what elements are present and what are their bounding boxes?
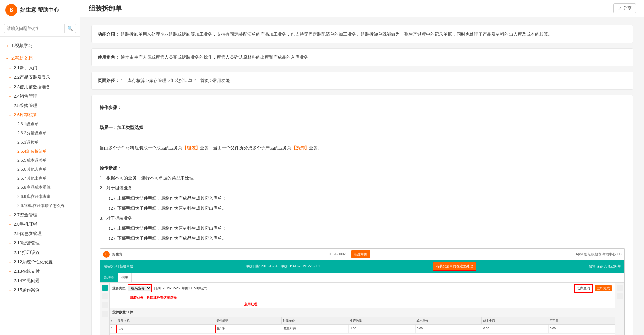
- mock-row-qty1: 数量+1件: [282, 325, 349, 333]
- mock-type-label: 业务类型: [112, 285, 126, 292]
- sidebar-item-268[interactable]: 2.6.8商品成本重算: [5, 183, 80, 192]
- mock-tab-new[interactable]: 新增单: [100, 273, 118, 282]
- sidebar-item-sales[interactable]: ＋ 2.4销售管理: [0, 92, 80, 101]
- sidebar-item-coupon[interactable]: ＋ 2.9优惠券管理: [0, 229, 80, 238]
- sidebar: 6 好生意 帮助中心 🔍 ＋ 1.视频学习 － 2.帮助文档 ＋ 2.1新手入门: [0, 0, 80, 335]
- feature-intro-label: 功能介绍：: [98, 32, 119, 37]
- sidebar-item-mgmt[interactable]: ＋ 2.10经营管理: [0, 238, 80, 248]
- mock-header-bar: 组装拆卸 | 新建单据 单据日期: 2019-12-26 单据ID: AD-20…: [100, 260, 624, 273]
- step3-2: （2）下部明细为子件明细，最终作为产成品生成其它入库单。: [100, 234, 625, 243]
- path-block: 页面路径： 1、库存核算->库存管理->组装拆卸单 2、首页->常用功能: [91, 72, 633, 90]
- sidebar-item-payment[interactable]: ＋ 2.13在线支付: [0, 267, 80, 276]
- mock-col-qty: 生产数量: [348, 317, 415, 324]
- steps-sub-title: 操作步骤：: [100, 165, 121, 170]
- mock-icon-1: [102, 285, 108, 291]
- mock-icon-4: [102, 311, 108, 317]
- mock-warehouse-select-box: 仓库查询: [574, 284, 593, 293]
- scene1-title: 场景一：加工类型选择: [100, 125, 143, 130]
- steps-content: 操作步骤： 场景一：加工类型选择 当由多个子件材料组装成一个成品的业务为【组装】…: [91, 95, 633, 335]
- share-icon: ↗: [618, 6, 622, 11]
- mock-dates: 单据日期: 2019-12-26 单据ID: AD-20191226-001: [246, 263, 320, 270]
- mock-date-label: 日期: [154, 285, 161, 292]
- sidebar-item-faq[interactable]: ＋ 2.14常见问题: [0, 276, 80, 285]
- mock-app-name: 好生意: [112, 251, 122, 258]
- mock-upper-table-header: 父件数量: 1件: [110, 308, 615, 317]
- sidebar-item-help-docs[interactable]: － 2.帮助文档: [0, 53, 80, 63]
- mock-select-bom-btn[interactable]: 有装配清单的在这里处理: [433, 262, 476, 271]
- role-text: 通常由生产人员或库管人员完成拆装业务的操作，库管人员确认原材料的出库和产成品的入…: [121, 55, 308, 60]
- mock-menu-items: AppT版 初级报表 帮助中心 CC: [576, 251, 622, 258]
- search-button[interactable]: 🔍: [65, 24, 76, 33]
- content-area: 功能介绍： 组装拆卸单用来处理企业组装或拆卸等加工业务，支持有固定装配清单的产品…: [80, 17, 644, 335]
- sidebar-item-purchase[interactable]: ＋ 2.5采购管理: [0, 101, 80, 110]
- nav-tree: ＋ 1.视频学习 － 2.帮助文档 ＋ 2.1新手入门 ＋ 2.2产品安装及登录: [0, 37, 80, 335]
- role-label: 使用角色：: [98, 55, 119, 60]
- nav-section-video: ＋ 1.视频学习: [0, 39, 80, 52]
- sidebar-item-finance[interactable]: ＋ 2.7资金管理: [0, 210, 80, 220]
- sidebar-item-264[interactable]: 2.6.4组装拆卸单: [5, 147, 80, 156]
- mock-confirm-btn[interactable]: 立即完成: [595, 285, 612, 291]
- mock-annotation-row2: 启用处理: [110, 301, 615, 308]
- sidebar-item-video-learning[interactable]: ＋ 1.视频学习: [0, 41, 80, 51]
- mock-form-label: 组装拆卸 | 新建单据: [104, 263, 133, 270]
- mock-form-row1: 业务类型 组装业务 拆卸业务 日期 2019-12-26 单据ID: [110, 283, 615, 294]
- plus-icon: ＋: [5, 43, 9, 49]
- mock-row-item-name: 未知: [116, 325, 216, 333]
- step2: 2、对于组装业务: [100, 184, 625, 192]
- role-block: 使用角色： 通常由生产人员或库管人员完成拆装业务的操作，库管人员确认原材料的出库…: [91, 48, 633, 66]
- step3-1: （1）上部明细为父件明细，最终作为原材料生成其它出库单；: [100, 224, 625, 233]
- sidebar-item-install[interactable]: ＋ 2.2产品安装及登录: [0, 73, 80, 82]
- mock-type-selector-box: 组装业务 拆卸业务: [128, 284, 152, 292]
- mock-sub-tabs: 新增单 列表: [100, 273, 624, 283]
- sidebar-item-266[interactable]: 2.6.6其他入库单: [5, 165, 80, 174]
- nav-sub-docs: ＋ 2.1新手入门 ＋ 2.2产品安装及登录 ＋ 2.3使用前数据准备 ＋ 2.…: [0, 63, 80, 295]
- sidebar-item-customize[interactable]: ＋ 2.12系统个性化设置: [0, 257, 80, 267]
- nav-sub-inventory: 2.6.1盘点单 2.6.2分量盘点单 2.6.3调拨单 2.6.4组装拆卸单 …: [0, 120, 80, 210]
- ann4-text: 启用处理: [244, 302, 257, 306]
- main-area: 组装拆卸单 ↗ 分享 功能介绍： 组装拆卸单用来处理企业组装或拆卸等加工业务，支…: [80, 0, 644, 335]
- plus-icon-mgmt: ＋: [8, 241, 12, 246]
- mock-ui: 6 好生意 TEST-H002 新建单据 AppT版 初级报表 帮助中心 CC …: [100, 248, 625, 335]
- step2-2: （2）下部明细为子件明细，最终作为原材料生成其它出库单。: [100, 204, 625, 213]
- mock-icon-3: [102, 302, 108, 308]
- sidebar-item-265[interactable]: 2.6.5成本调整单: [5, 156, 80, 165]
- mock-tab-list[interactable]: 列表: [118, 273, 132, 282]
- plus-icon-beginner: ＋: [8, 66, 12, 71]
- sidebar-item-print[interactable]: ＋ 2.11打印设置: [0, 248, 80, 257]
- mock-store-id: TEST-H002: [328, 251, 346, 258]
- mock-row-num: 1: [110, 325, 116, 333]
- mock-left-icons: [100, 283, 110, 335]
- mock-col-cost: 成本单价: [415, 317, 482, 324]
- mock-actions: 编辑 保存 其他业务单: [589, 263, 621, 270]
- mock-new-doc-btn[interactable]: 新建单据: [351, 250, 370, 258]
- ann1-text: 有装配清单的在这里处理: [436, 264, 473, 268]
- plus-icon-sales: ＋: [8, 94, 12, 99]
- sidebar-item-data-prep[interactable]: ＋ 2.3使用前数据准备: [0, 82, 80, 92]
- sidebar-item-263[interactable]: 2.6.3调拨单: [5, 138, 80, 147]
- sidebar-item-cases[interactable]: ＋ 2.15操作案例: [0, 285, 80, 295]
- sidebar-item-269[interactable]: 2.6.9库存账本查询: [5, 192, 80, 201]
- mock-col-total: 成本金额: [482, 317, 548, 324]
- search-bar: 🔍: [0, 20, 80, 37]
- mock-warehouse-input[interactable]: 仓库查询: [577, 286, 590, 290]
- plus-icon-install: ＋: [8, 75, 12, 80]
- plus-icon-mobile: ＋: [8, 222, 12, 227]
- sidebar-item-beginner[interactable]: ＋ 2.1新手入门: [0, 63, 80, 73]
- plus-icon-print: ＋: [8, 250, 12, 255]
- plus-icon-cases: ＋: [8, 288, 12, 293]
- mock-annotation-row1: 组装业务、拆卸业务在这里选择: [110, 294, 615, 301]
- sidebar-item-mobile[interactable]: ＋ 2.8手机旺铺: [0, 220, 80, 229]
- mock-icon-2: [102, 293, 108, 299]
- sidebar-item-261[interactable]: 2.6.1盘点单: [5, 120, 80, 129]
- mock-id-label: 单据ID: [182, 285, 192, 292]
- sidebar-item-inventory[interactable]: － 2.6库存核算: [0, 110, 80, 120]
- sidebar-item-262[interactable]: 2.6.2分量盘点单: [5, 129, 80, 138]
- mock-row-qty2: 1.00: [349, 325, 415, 333]
- sidebar-item-267[interactable]: 2.6.7其他出库单: [5, 174, 80, 183]
- sidebar-item-2610[interactable]: 2.6.10库存账本错了怎么办: [5, 201, 80, 210]
- step1: 1、根据不同的业务，选择不同单据的类型来处理: [100, 174, 625, 182]
- search-input[interactable]: [4, 24, 65, 33]
- share-button[interactable]: ↗ 分享: [613, 3, 636, 13]
- minus-icon-inventory: －: [8, 113, 12, 118]
- mock-type-select[interactable]: 组装业务 拆卸业务: [128, 286, 151, 291]
